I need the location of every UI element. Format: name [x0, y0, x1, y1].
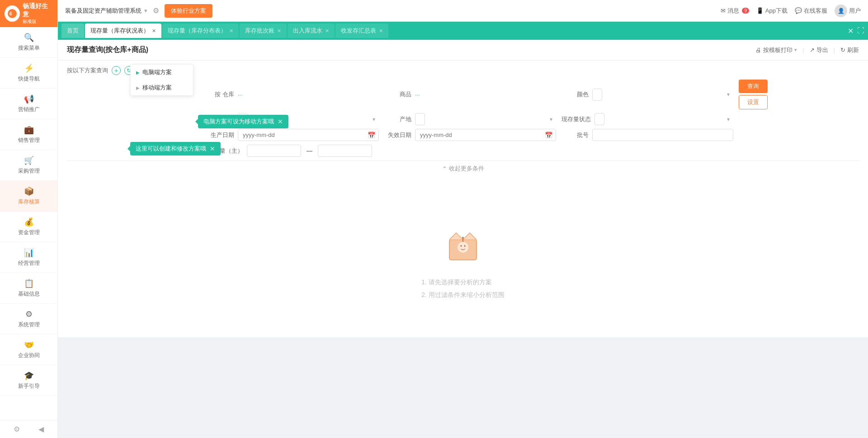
newbie-icon: 🎓 — [24, 371, 34, 381]
origin-label: 产地 — [384, 115, 411, 123]
operations-icon: 📊 — [24, 248, 34, 258]
topbar-system: 装备及固定资产辅助管理系统 ▾ — [65, 7, 147, 15]
action-divider-1: | — [802, 47, 804, 53]
sidebar-item-basic-info[interactable]: 📋 基础信息 — [0, 273, 57, 304]
sidebar-item-marketing[interactable]: 📢 营销推广 — [0, 89, 57, 119]
tab-batch-account-close[interactable]: ✕ — [277, 28, 281, 34]
app-download-btn[interactable]: 📱 App下载 — [756, 7, 788, 15]
print-dropdown-icon: ▾ — [794, 47, 797, 53]
filter-field-stock-qty: 现存量（主） — — [207, 145, 379, 157]
sidebar-collapse-btn[interactable]: ◀ — [38, 425, 44, 433]
tab-close-all-btn[interactable]: ✕ — [848, 27, 854, 35]
filter-row-4: 现存量（主） — — [207, 145, 859, 157]
svg-point-5 — [464, 245, 466, 247]
empty-tip-2: 用过滤条件来缩小分析范围 — [421, 288, 505, 301]
sidebar-item-quick-nav[interactable]: ⚡ 快捷导航 — [0, 58, 57, 89]
tab-fullscreen-btn[interactable]: ⛶ — [857, 27, 864, 35]
tab-received-summary[interactable]: 收发存汇总表 ✕ — [335, 24, 388, 38]
tab-home[interactable]: 首页 — [61, 24, 84, 38]
svg-point-4 — [461, 245, 462, 247]
sidebar-item-label: 资金管理 — [18, 229, 40, 236]
tab-inout-flow[interactable]: 出入库流水 ✕ — [288, 24, 335, 38]
filter-add-btn[interactable]: + — [112, 66, 121, 75]
color-select[interactable] — [592, 89, 602, 101]
refresh-label: 刷新 — [847, 46, 859, 54]
enterprise-icon: 🤝 — [24, 340, 34, 350]
topbar-settings-icon[interactable]: ⚙ — [153, 6, 159, 15]
tab-inventory-status-label: 现存量（库存状况表） — [90, 27, 149, 35]
filter-label: 按以下方案查询 — [67, 66, 108, 75]
sidebar-item-newbie[interactable]: 🎓 新手引导 — [0, 365, 57, 396]
collapse-bar[interactable]: ⌃ 收起更多条件 — [67, 160, 859, 176]
logo-icon: 6 — [5, 5, 20, 22]
refresh-btn[interactable]: ↻ 刷新 — [840, 46, 859, 54]
tab-batch-account[interactable]: 库存批次账 ✕ — [240, 24, 287, 38]
tooltip2-text: 这里可以创建和修改方案哦 — [136, 145, 206, 153]
sidebar-item-inventory[interactable]: 📦 库存核算 — [0, 181, 57, 212]
sidebar-settings-btn[interactable]: ⚙ — [14, 425, 20, 433]
stock-qty-max-input[interactable] — [318, 145, 372, 157]
topbar-left: 装备及固定资产辅助管理系统 ▾ ⚙ 体验行业方案 — [65, 4, 212, 18]
sidebar-item-finance[interactable]: 💰 资金管理 — [0, 212, 57, 242]
stock-qty-min-input[interactable] — [247, 145, 301, 157]
user-label: 用户 — [849, 7, 861, 15]
search-btn[interactable]: 查询 — [739, 80, 768, 93]
origin-select[interactable] — [415, 113, 425, 125]
quick-nav-icon: ⚡ — [24, 63, 34, 73]
sidebar-item-search[interactable]: 🔍 搜索菜单 — [0, 27, 57, 58]
tab-inventory-dist-close[interactable]: ✕ — [229, 28, 233, 34]
tab-inventory-status-close[interactable]: ✕ — [152, 28, 156, 34]
topbar-right: ✉ 消息 9 📱 App下载 💬 在线客服 👤 用户 — [721, 5, 861, 17]
filter-rows: 按 仓库 ··· 商品 ··· 颜色 — [207, 80, 859, 160]
tab-inventory-status[interactable]: 现存量（库存状况表） ✕ — [85, 24, 161, 38]
svg-point-0 — [8, 9, 17, 18]
export-btn[interactable]: ↗ 导出 — [810, 46, 828, 54]
print-label: 按模板打印 — [763, 46, 793, 54]
purchase-icon: 🛒 — [24, 155, 34, 165]
sidebar-item-label: 库存核算 — [18, 198, 40, 206]
sidebar-item-sales[interactable]: 💼 销售管理 — [0, 119, 57, 150]
svg-text:6: 6 — [9, 11, 12, 16]
empty-state: 请先选择要分析的方案 用过滤条件来缩小分析范围 — [58, 185, 868, 337]
print-btn[interactable]: 🖨 按模板打印 ▾ — [755, 46, 797, 54]
tab-inventory-dist[interactable]: 现存量（库存分布表） ✕ — [162, 24, 239, 38]
tab-inout-flow-close[interactable]: ✕ — [325, 28, 329, 34]
scheme-item-desktop[interactable]: ▶ 电脑端方案 — [131, 65, 193, 80]
batch-no-input[interactable] — [592, 129, 733, 141]
expire-date-input[interactable] — [415, 129, 556, 141]
scheme-arrow-desktop: ▶ — [136, 70, 140, 75]
scheme-item-mobile[interactable]: ▶ 移动端方案 — [131, 80, 193, 95]
notification-btn[interactable]: ✉ 消息 9 — [721, 7, 749, 15]
tab-batch-account-label: 库存批次账 — [245, 27, 274, 35]
empty-tip-1: 请先选择要分析的方案 — [421, 276, 505, 288]
stock-status-select-wrap — [594, 113, 733, 125]
tooltip2-close-btn[interactable]: ✕ — [210, 145, 215, 152]
warehouse-more-icon[interactable]: ··· — [238, 91, 243, 98]
goods-more-icon[interactable]: ··· — [415, 91, 420, 98]
sidebar-nav: 🔍 搜索菜单 ⚡ 快捷导航 📢 营销推广 💼 销售管理 🛒 采购管理 📦 库存核… — [0, 27, 57, 420]
page-actions: 🖨 按模板打印 ▾ | ↗ 导出 | ↻ 刷新 — [755, 46, 859, 54]
prod-date-input[interactable] — [238, 129, 379, 141]
tooltip1-text: 电脑方案可设为移动方案哦 — [203, 118, 274, 126]
sidebar-item-enterprise[interactable]: 🤝 企业协同 — [0, 334, 57, 365]
logo-badge: 标准版 — [23, 19, 53, 25]
sidebar-item-operations[interactable]: 📊 经营管理 — [0, 242, 57, 273]
filter-field-warehouse: 按 仓库 ··· — [207, 90, 379, 99]
tooltip1-close-btn[interactable]: ✕ — [278, 118, 283, 125]
reset-btn[interactable]: 设置 — [739, 95, 768, 109]
empty-icon — [440, 221, 486, 267]
online-support-btn[interactable]: 💬 在线客服 — [795, 7, 827, 15]
system-icon: ⚙ — [25, 309, 33, 319]
tab-received-summary-close[interactable]: ✕ — [379, 28, 383, 34]
scheme-list: ▶ 电脑端方案 ▶ 移动端方案 — [130, 64, 193, 96]
sidebar-item-purchase[interactable]: 🛒 采购管理 — [0, 150, 57, 181]
user-menu[interactable]: 👤 用户 — [835, 5, 861, 17]
prod-date-wrap: 📅 — [238, 129, 379, 141]
system-dropdown-icon[interactable]: ▾ — [144, 7, 147, 14]
experience-btn[interactable]: 体验行业方案 — [165, 4, 212, 18]
sidebar-item-system[interactable]: ⚙ 系统管理 — [0, 304, 57, 334]
stock-status-select[interactable] — [594, 113, 604, 125]
sidebar-item-label: 营销推广 — [18, 106, 40, 113]
expire-date-label: 失效日期 — [384, 131, 411, 139]
sidebar-item-label: 系统管理 — [18, 321, 40, 329]
